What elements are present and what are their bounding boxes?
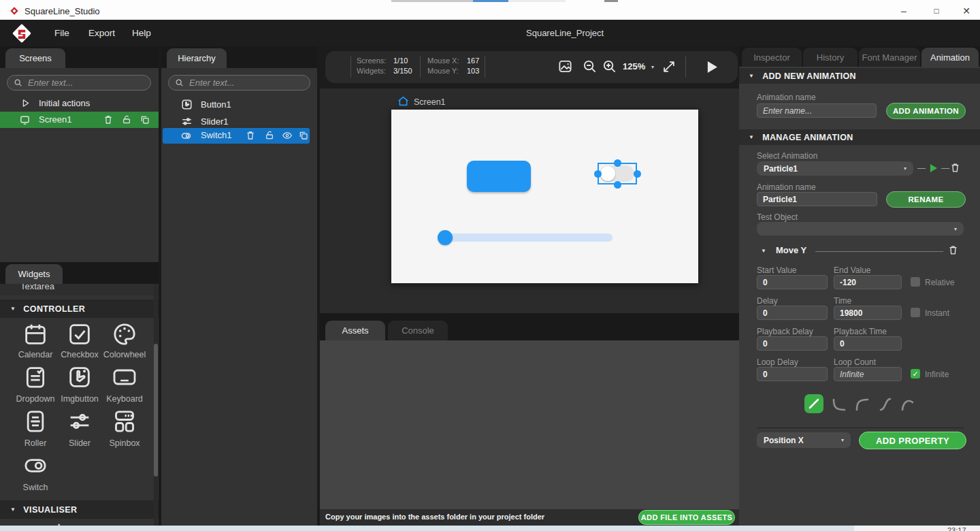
window-title: SquareLine_Studio xyxy=(24,6,100,16)
add-property-dropdown[interactable]: Position X ▾ xyxy=(757,432,851,448)
widget-item-textarea[interactable]: Textarea xyxy=(0,284,159,295)
menu-export[interactable]: Export xyxy=(88,28,115,38)
design-canvas[interactable] xyxy=(391,110,698,283)
canvas-slider-widget[interactable] xyxy=(440,234,612,242)
fit-zoom-icon[interactable] xyxy=(662,59,676,74)
play-button[interactable] xyxy=(702,58,721,76)
section-controller[interactable]: ▼ CONTROLLER xyxy=(0,300,159,318)
add-animation-button[interactable]: ADD ANIMATION xyxy=(886,103,966,119)
add-new-animation-header[interactable]: ▼ ADD NEW ANIMATION xyxy=(739,68,980,84)
zoom-out-icon[interactable] xyxy=(582,59,598,74)
duplicate-icon[interactable] xyxy=(298,130,309,141)
add-file-into-assets-button[interactable]: ADD FILE INTO ASSETS xyxy=(638,510,735,525)
easing-ease-out-button[interactable] xyxy=(853,396,871,413)
easing-ease-in-out-button[interactable] xyxy=(877,396,894,413)
close-button[interactable]: ✕ xyxy=(958,5,975,17)
easing-overshoot-button[interactable] xyxy=(899,396,917,413)
rename-button[interactable]: RENAME xyxy=(886,191,966,208)
tab-hierarchy[interactable]: Hierarchy xyxy=(167,48,227,68)
tab-console[interactable]: Console xyxy=(388,321,448,340)
screens-search-input[interactable] xyxy=(27,77,144,88)
home-icon[interactable] xyxy=(397,95,410,108)
panel-divider xyxy=(757,428,964,428)
screens-search[interactable] xyxy=(7,75,151,91)
playback-time-input[interactable] xyxy=(834,336,902,351)
selection-handle-top[interactable] xyxy=(614,159,621,167)
playback-delay-input[interactable] xyxy=(757,336,828,351)
animation-rename-input[interactable] xyxy=(757,192,877,206)
hierarchy-search[interactable] xyxy=(168,75,310,91)
imgbutton-widget-icon[interactable] xyxy=(66,364,93,391)
dropdown-widget-icon[interactable] xyxy=(22,364,49,391)
unlock-icon[interactable] xyxy=(264,130,275,141)
colorwheel-widget-icon[interactable] xyxy=(111,321,138,348)
tab-animation[interactable]: Animation xyxy=(921,48,979,67)
test-object-dropdown[interactable]: ▾ xyxy=(757,222,964,236)
zoom-caret-icon[interactable]: ▾ xyxy=(651,64,654,70)
hierarchy-row-switch1-selected[interactable]: Switch1 xyxy=(163,128,310,144)
visibility-eye-icon[interactable] xyxy=(282,130,293,141)
switch-widget-icon[interactable] xyxy=(22,452,49,479)
minimize-button[interactable]: – xyxy=(896,5,912,17)
calendar-widget-icon[interactable] xyxy=(22,321,49,348)
slider-knob[interactable] xyxy=(438,230,453,245)
slider-widget-icon[interactable] xyxy=(66,408,93,435)
hierarchy-search-input[interactable] xyxy=(188,77,304,88)
screens-count-value: 1/10 xyxy=(393,57,408,65)
assets-content[interactable] xyxy=(320,340,739,509)
canvas-button-widget[interactable] xyxy=(467,161,531,192)
delete-animation-icon[interactable] xyxy=(949,162,961,174)
widget-label: Keyboard xyxy=(101,394,148,404)
spinbox-widget-icon[interactable] xyxy=(111,408,138,435)
easing-ease-in-button[interactable] xyxy=(830,396,848,413)
delete-property-icon[interactable] xyxy=(947,244,959,256)
zoom-in-icon[interactable] xyxy=(602,59,617,74)
tab-screens[interactable]: Screens xyxy=(5,48,65,68)
zoom-level-value[interactable]: 125% xyxy=(623,61,645,71)
hierarchy-panel: Button1 Slider1 Switch1 xyxy=(161,68,317,531)
menu-file[interactable]: File xyxy=(54,28,69,38)
tab-font-manager[interactable]: Font Manager xyxy=(859,48,920,67)
widgets-scrollbar-track[interactable] xyxy=(154,284,158,531)
widgets-scrollbar-thumb[interactable] xyxy=(154,344,158,477)
selection-handle-left[interactable] xyxy=(594,170,602,178)
roller-widget-icon[interactable] xyxy=(22,408,49,435)
start-value-input[interactable] xyxy=(757,275,828,289)
time-input[interactable] xyxy=(834,306,902,320)
relative-checkbox[interactable] xyxy=(911,277,920,287)
checkbox-widget-icon[interactable] xyxy=(66,321,93,348)
play-animation-button[interactable] xyxy=(927,162,939,174)
selection-handle-right[interactable] xyxy=(634,170,641,178)
instant-checkbox[interactable] xyxy=(911,308,920,317)
time-label: Time xyxy=(834,296,851,306)
initial-actions-row[interactable]: Initial actions xyxy=(0,95,159,112)
infinite-checkbox[interactable]: ✓ xyxy=(911,369,920,379)
delete-icon[interactable] xyxy=(245,130,256,141)
easing-linear-button[interactable] xyxy=(804,394,823,413)
tab-widgets[interactable]: Widgets xyxy=(5,264,63,284)
tab-assets[interactable]: Assets xyxy=(325,321,385,340)
add-property-button[interactable]: ADD PROPERTY xyxy=(859,432,966,449)
menu-help[interactable]: Help xyxy=(132,28,151,38)
tab-inspector[interactable]: Inspector xyxy=(742,48,802,67)
delete-icon[interactable] xyxy=(103,114,114,125)
delay-input[interactable] xyxy=(757,306,828,320)
hierarchy-row-button1[interactable]: Button1 xyxy=(161,96,317,113)
property-collapse-arrow-icon[interactable]: ▼ xyxy=(761,248,766,254)
end-value-input[interactable] xyxy=(834,275,902,289)
background-image-icon[interactable] xyxy=(557,59,573,74)
unlock-icon[interactable] xyxy=(121,114,132,125)
animation-name-input[interactable] xyxy=(757,103,877,118)
loop-count-input[interactable] xyxy=(834,367,902,381)
manage-animation-header[interactable]: ▼ MANAGE ANIMATION xyxy=(739,129,980,145)
select-animation-label: Select Animation xyxy=(757,151,817,161)
loop-delay-input[interactable] xyxy=(757,367,828,381)
keyboard-widget-icon[interactable] xyxy=(111,364,138,391)
selection-handle-bottom[interactable] xyxy=(614,181,621,189)
screen-row-selected[interactable]: Screen1 xyxy=(0,112,159,128)
select-animation-dropdown[interactable]: Particle1 ▾ xyxy=(757,161,913,176)
maximize-button[interactable]: □ xyxy=(928,5,945,17)
tab-history[interactable]: History xyxy=(803,48,858,67)
section-visualiser[interactable]: ▼ VISUALISER xyxy=(0,500,159,519)
duplicate-icon[interactable] xyxy=(140,114,150,125)
